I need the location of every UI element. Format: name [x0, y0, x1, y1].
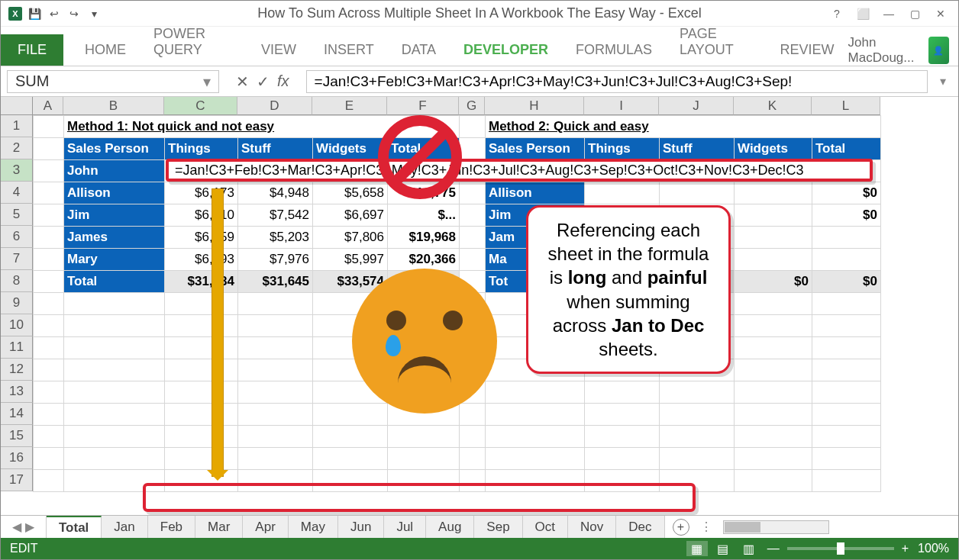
- tab-view[interactable]: VIEW: [247, 34, 310, 66]
- view-page-layout-icon[interactable]: ▤: [712, 541, 734, 556]
- cell[interactable]: [34, 426, 64, 448]
- cell[interactable]: $...: [388, 204, 460, 227]
- cell[interactable]: $16,775: [388, 182, 460, 204]
- cell[interactable]: [486, 470, 585, 492]
- cell[interactable]: $6,697: [313, 204, 388, 227]
- cell[interactable]: Allison: [486, 182, 585, 204]
- cell[interactable]: [460, 426, 486, 448]
- cell[interactable]: Stuff: [660, 138, 735, 160]
- cell[interactable]: [735, 227, 812, 249]
- cell[interactable]: [165, 404, 238, 426]
- cell[interactable]: [735, 315, 812, 337]
- row-header-10[interactable]: 10: [1, 314, 33, 336]
- column-header-L[interactable]: L: [812, 97, 880, 115]
- cell[interactable]: $20,366: [388, 249, 460, 271]
- cell[interactable]: [64, 315, 165, 337]
- formula-input[interactable]: =Jan!C3+Feb!C3+Mar!C3+Apr!C3+May!C3+Jun!…: [306, 70, 928, 93]
- cell[interactable]: [660, 470, 735, 492]
- cell[interactable]: [238, 448, 313, 470]
- sheet-tab-may[interactable]: May: [289, 516, 338, 538]
- view-normal-icon[interactable]: ▦: [686, 541, 708, 556]
- tab-formulas[interactable]: FORMULAS: [562, 34, 666, 66]
- cell[interactable]: [585, 470, 660, 492]
- cell[interactable]: $31,284: [165, 271, 238, 293]
- cell[interactable]: Jim: [64, 204, 165, 227]
- cell[interactable]: $5,997: [313, 249, 388, 271]
- cell[interactable]: [64, 404, 165, 426]
- cell[interactable]: [486, 381, 585, 404]
- cell[interactable]: [812, 359, 881, 381]
- cell[interactable]: $0: [735, 271, 812, 293]
- cell[interactable]: $6,193: [165, 249, 238, 271]
- cell[interactable]: [34, 160, 64, 182]
- cell[interactable]: Widgets: [735, 138, 812, 160]
- tab-split-handle[interactable]: ⋮: [700, 520, 712, 534]
- cell[interactable]: [812, 448, 881, 470]
- tab-home[interactable]: HOME: [71, 34, 140, 66]
- tab-review[interactable]: REVIEW: [767, 34, 848, 66]
- cell[interactable]: $0: [812, 271, 881, 293]
- cell[interactable]: [735, 337, 812, 359]
- cell[interactable]: [313, 404, 388, 426]
- save-icon[interactable]: 💾: [27, 6, 42, 21]
- cell[interactable]: $7,542: [238, 204, 313, 227]
- cell[interactable]: [238, 470, 313, 492]
- column-header-B[interactable]: B: [63, 97, 164, 115]
- cell[interactable]: [34, 182, 64, 204]
- sheet-tab-jun[interactable]: Jun: [338, 516, 384, 538]
- cell[interactable]: [812, 227, 881, 249]
- minimize-icon[interactable]: —: [879, 4, 899, 24]
- column-header-E[interactable]: E: [312, 97, 387, 115]
- cell[interactable]: [313, 448, 388, 470]
- cell[interactable]: [165, 337, 238, 359]
- cell[interactable]: [486, 426, 585, 448]
- cell[interactable]: $6,110: [165, 204, 238, 227]
- tab-power-query[interactable]: POWER QUERY: [140, 18, 247, 66]
- cell[interactable]: [460, 448, 486, 470]
- cell[interactable]: [165, 426, 238, 448]
- cell[interactable]: [165, 293, 238, 315]
- cell[interactable]: [34, 315, 64, 337]
- column-header-I[interactable]: I: [584, 97, 659, 115]
- cell[interactable]: $19,968: [388, 227, 460, 249]
- cell[interactable]: Total: [812, 138, 881, 160]
- column-header-F[interactable]: F: [387, 97, 459, 115]
- cell[interactable]: [34, 204, 64, 227]
- tab-page-layout[interactable]: PAGE LAYOUT: [666, 18, 766, 66]
- column-header-H[interactable]: H: [485, 97, 584, 115]
- cell[interactable]: [486, 448, 585, 470]
- cell[interactable]: [165, 448, 238, 470]
- cell[interactable]: $4,948: [238, 182, 313, 204]
- row-header-17[interactable]: 17: [1, 469, 33, 491]
- cell[interactable]: James: [64, 227, 165, 249]
- cell[interactable]: [812, 249, 881, 271]
- sheet-tab-apr[interactable]: Apr: [243, 516, 288, 538]
- column-header-C[interactable]: C: [164, 97, 237, 115]
- ribbon-display-icon[interactable]: ⬜: [853, 4, 873, 24]
- cell[interactable]: [34, 227, 64, 249]
- cell[interactable]: $7,806: [313, 227, 388, 249]
- qat-dropdown-icon[interactable]: ▾: [86, 6, 102, 21]
- cell[interactable]: [64, 337, 165, 359]
- cell[interactable]: [660, 426, 735, 448]
- cell[interactable]: [735, 448, 812, 470]
- cell[interactable]: [812, 470, 881, 492]
- row-header-11[interactable]: 11: [1, 336, 33, 359]
- name-box[interactable]: SUM ▾: [7, 70, 219, 93]
- cell[interactable]: [486, 404, 585, 426]
- cell[interactable]: [585, 381, 660, 404]
- cell[interactable]: [238, 293, 313, 315]
- cell[interactable]: [585, 404, 660, 426]
- cell[interactable]: [64, 426, 165, 448]
- cell[interactable]: [238, 337, 313, 359]
- maximize-icon[interactable]: ▢: [905, 4, 925, 24]
- cell[interactable]: [388, 426, 460, 448]
- row-header-16[interactable]: 16: [1, 447, 33, 469]
- cell[interactable]: [34, 271, 64, 293]
- cell[interactable]: [238, 426, 313, 448]
- expand-formula-bar-icon[interactable]: ▾: [934, 74, 952, 89]
- tab-data[interactable]: DATA: [388, 34, 450, 66]
- cell[interactable]: [388, 448, 460, 470]
- cell[interactable]: [34, 381, 64, 404]
- cell[interactable]: Things: [165, 138, 238, 160]
